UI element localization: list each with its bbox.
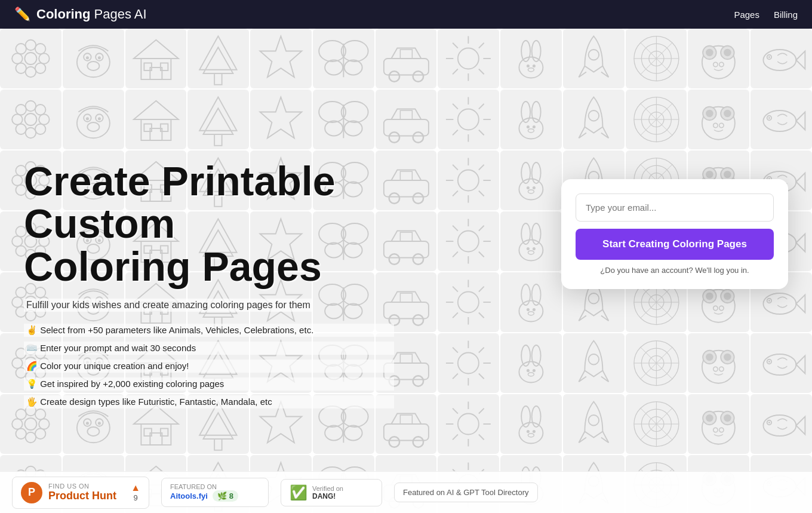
product-hunt-icon: P (21, 482, 42, 503)
nav-pages-link[interactable]: Pages (734, 10, 759, 20)
feature-3: 🌈 Color your unique creation and enjoy! (24, 360, 394, 373)
dang-text-block: Verified on DANG! (312, 485, 343, 500)
ph-count: 9 (133, 493, 137, 502)
product-hunt-text: FIND US ON Product Hunt (48, 483, 116, 502)
aitools-content: Featured On Aitools.fyi 🌿 8 (170, 483, 238, 502)
dang-name: DANG! (312, 492, 343, 500)
dang-badge[interactable]: ✅ Verified on DANG! (281, 479, 382, 506)
ph-name-text: Product Hunt (48, 490, 116, 502)
leaf-icon: 🌿 (217, 492, 227, 500)
nav-billing-link[interactable]: Billing (774, 10, 798, 20)
aitools-badge[interactable]: Featured On Aitools.fyi 🌿 8 (161, 478, 269, 507)
dang-verified-label: Verified on (312, 485, 343, 492)
ph-find-text: FIND US ON (48, 483, 116, 490)
aitools-count: 🌿 8 (213, 490, 238, 502)
ph-upvote: ▲ 9 (131, 483, 140, 502)
aitools-logo: Aitools.fyi (170, 492, 208, 500)
email-input[interactable] (576, 193, 774, 222)
dang-icon: ✅ (290, 484, 307, 501)
aitools-featured-label: Featured On (170, 483, 238, 490)
logo-icon: ✏️ (14, 7, 30, 22)
hero-title: Create Printable Custom Coloring Pages (24, 160, 394, 288)
start-creating-button[interactable]: Start Creating Coloring Pages (576, 229, 774, 260)
nav-links: Pages Billing (734, 10, 798, 20)
product-hunt-badge[interactable]: P FIND US ON Product Hunt ▲ 9 (12, 477, 149, 509)
hero-features: ✌️ Select from +50 parameters like Anima… (24, 324, 394, 408)
ph-arrow-icon: ▲ (131, 483, 140, 493)
cta-subtext: ¿Do you have an account? We'll log you i… (576, 266, 774, 275)
cta-card: Start Creating Coloring Pages ¿Do you ha… (561, 179, 788, 289)
feature-5: 🖐️ Create design types like Futuristic, … (24, 395, 394, 408)
bottom-bar: P FIND US ON Product Hunt ▲ 9 Featured O… (0, 471, 812, 513)
feature-2: ⌨️ Enter your prompt and wait 30 seconds (24, 342, 394, 355)
navbar: ✏️ Coloring Pages AI Pages Billing (0, 0, 812, 29)
aigpt-label: Featured on AI & GPT Tool Directory (403, 488, 529, 497)
aigpt-badge[interactable]: Featured on AI & GPT Tool Directory (394, 483, 538, 502)
hero-section: Create Printable Custom Coloring Pages F… (0, 160, 418, 413)
brand: ✏️ Coloring Pages AI (14, 7, 147, 22)
site-title: Coloring Pages AI (36, 7, 147, 22)
feature-4: 💡 Get inspired by +2,000 existing colori… (24, 377, 394, 391)
feature-1: ✌️ Select from +50 parameters like Anima… (24, 324, 394, 337)
hero-subtitle: Fulfill your kids wishes and create amaz… (24, 299, 313, 312)
